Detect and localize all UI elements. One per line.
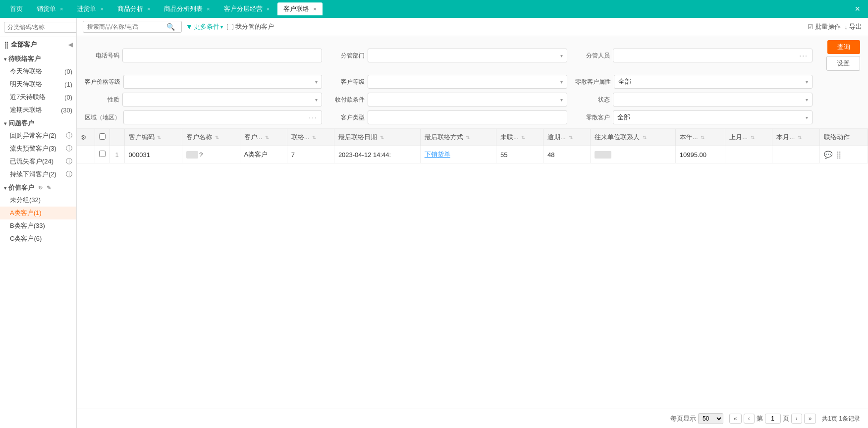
- customer-level-dropdown-icon: ▾: [560, 79, 563, 85]
- person-input[interactable]: ···: [613, 49, 813, 62]
- sidebar-search-area: 🔍: [0, 18, 76, 37]
- customer-type-input[interactable]: [368, 110, 567, 124]
- nav-customer-contact[interactable]: 客户联络 ×: [277, 2, 322, 15]
- page-number-input[interactable]: [765, 414, 781, 424]
- sidebar-item-7days-pending[interactable]: 近7天待联络(0): [0, 91, 76, 104]
- sidebar-item-tomorrow-pending[interactable]: 明天待联络(1): [0, 78, 76, 91]
- th-customer-name[interactable]: 客户名称 ⇅: [182, 129, 240, 146]
- close-purchase-order[interactable]: ×: [100, 6, 103, 12]
- refresh-icon[interactable]: ↻: [38, 185, 43, 191]
- setting-button[interactable]: 设置: [826, 56, 860, 71]
- nav-customer-tier[interactable]: 客户分层经营 ×: [218, 2, 275, 15]
- sidebar-all-customers[interactable]: ⣿ 全部客户 ◀: [0, 37, 76, 52]
- sidebar-item-class-a[interactable]: A类客户(1): [0, 207, 76, 219]
- th-contacts[interactable]: 联络... ⇅: [287, 129, 334, 146]
- first-page-btn[interactable]: «: [729, 414, 742, 424]
- qr-action-icon[interactable]: ⣿: [836, 151, 841, 159]
- close-customer-tier[interactable]: ×: [267, 6, 270, 12]
- nav-sales-order[interactable]: 销货单 ×: [31, 2, 69, 15]
- close-sales-order[interactable]: ×: [60, 6, 63, 12]
- sidebar-group-pending[interactable]: ▾ 待联络客户: [0, 52, 76, 65]
- sidebar-search-input[interactable]: [4, 22, 77, 33]
- main-search-icon[interactable]: 🔍: [166, 23, 175, 31]
- th-customer-code[interactable]: 客户编码 ⇅: [124, 129, 182, 146]
- total-records: 共1页 1条记录: [822, 415, 860, 423]
- sidebar-item-class-c[interactable]: C类客户(6): [0, 232, 76, 245]
- dept-select[interactable]: ▾: [368, 49, 567, 62]
- th-this-year[interactable]: 本年... ⇅: [675, 129, 725, 146]
- row-this-month: [772, 146, 819, 163]
- th-customer-type[interactable]: 客户... ⇅: [240, 129, 287, 146]
- nature-select[interactable]: ▾: [122, 93, 322, 107]
- close-customer-contact[interactable]: ×: [313, 6, 316, 12]
- filter-nature: 性质 ▾: [85, 93, 322, 107]
- close-product-analysis[interactable]: ×: [147, 6, 150, 12]
- th-last-month[interactable]: 上月... ⇅: [725, 129, 772, 146]
- payment-dropdown-icon: ▾: [560, 97, 563, 103]
- phone-input[interactable]: [122, 49, 322, 62]
- filter-row-4: 区域（地区） ··· 客户类型 零散客户 全部 ▾: [85, 110, 860, 124]
- sort-icon-this-month: ⇅: [798, 135, 802, 140]
- th-settings[interactable]: ⚙: [77, 129, 95, 146]
- row-customer-code: 000031: [124, 146, 182, 163]
- page-size-dropdown[interactable]: 50 100 200: [698, 413, 723, 424]
- th-checkbox: [95, 129, 109, 146]
- nav-product-analysis-list[interactable]: 商品分析列表 ×: [158, 2, 216, 15]
- query-button[interactable]: 查询: [827, 40, 860, 54]
- next-page-btn[interactable]: ›: [791, 414, 802, 424]
- retail-customer-select[interactable]: 全部 ▾: [613, 110, 813, 124]
- sidebar-item-churn-warning[interactable]: 流失预警客户(3)ⓘ: [0, 142, 76, 155]
- th-unit-contact[interactable]: 往来单位联系人 ⇅: [591, 129, 676, 146]
- retail-customer-label: 零散客户: [575, 113, 610, 122]
- prev-page-btn[interactable]: ‹: [744, 414, 755, 424]
- th-last-contact-date[interactable]: 最后联络日期 ⇅: [334, 129, 420, 146]
- payment-select[interactable]: ▾: [368, 93, 567, 107]
- main-search-input[interactable]: [87, 23, 166, 30]
- region-input[interactable]: ···: [123, 110, 322, 124]
- th-last-contact-method[interactable]: 最后联络方式 ⇅: [420, 129, 496, 146]
- sidebar-item-class-b[interactable]: B类客户(33): [0, 219, 76, 232]
- row-unit-contact: RE .: [591, 146, 676, 163]
- chat-action-icon[interactable]: 💬: [824, 151, 832, 159]
- nav-home[interactable]: 首页: [4, 2, 29, 15]
- th-this-month[interactable]: 本月... ⇅: [772, 129, 819, 146]
- nav-purchase-order[interactable]: 进货单 ×: [71, 2, 109, 15]
- sort-icon-unit: ⇅: [643, 135, 647, 140]
- nav-product-analysis[interactable]: 商品分析 ×: [111, 2, 156, 15]
- export-button[interactable]: ↓ 导出: [845, 22, 863, 31]
- region-label: 区域（地区）: [85, 113, 120, 122]
- sidebar-item-repurchase-abnormal[interactable]: 回购异常客户(2)ⓘ: [0, 129, 76, 142]
- row-overdue: 48: [543, 146, 591, 163]
- my-customer-checkbox[interactable]: 我分管的客户: [227, 22, 274, 31]
- sidebar-group-value[interactable]: ▾ 价值客户 ↻ ✎: [0, 181, 76, 194]
- row-last-contact-method[interactable]: 下销货单: [420, 146, 496, 163]
- edit-icon[interactable]: ✎: [47, 185, 51, 191]
- sidebar-item-declining[interactable]: 持续下滑客户(2)ⓘ: [0, 168, 76, 181]
- row-checkbox[interactable]: [99, 151, 106, 157]
- sort-icon-name: ⇅: [215, 135, 219, 140]
- row-settings: [77, 146, 95, 163]
- pagination: « ‹ 第 页 › »: [729, 414, 816, 424]
- row-index: 1: [109, 146, 124, 163]
- sidebar-group-problem[interactable]: ▾ 问题客户: [0, 116, 76, 129]
- filter-customer-level: 客户等级 ▾: [330, 75, 567, 89]
- th-no-contact[interactable]: 未联... ⇅: [496, 129, 543, 146]
- last-page-btn[interactable]: »: [804, 414, 816, 424]
- close-product-analysis-list[interactable]: ×: [207, 6, 210, 12]
- sidebar-item-churned[interactable]: 已流失客户(24)ⓘ: [0, 155, 76, 168]
- region-dots-icon: ···: [309, 113, 318, 121]
- sidebar-item-unclassified[interactable]: 未分组(32): [0, 194, 76, 207]
- batch-ops-button[interactable]: ☑ 批量操作: [808, 22, 841, 31]
- sidebar-item-overdue-contact[interactable]: 逾期未联络(30): [0, 104, 76, 116]
- filter-person: 分管人员 ···: [575, 49, 813, 62]
- status-select[interactable]: ▾: [613, 93, 813, 107]
- close-all-tabs[interactable]: ×: [851, 4, 864, 14]
- customer-level-select[interactable]: ▾: [368, 75, 567, 89]
- th-overdue[interactable]: 逾期... ⇅: [543, 129, 591, 146]
- my-customer-check[interactable]: [227, 24, 233, 30]
- sidebar-item-today-pending[interactable]: 今天待联络(0): [0, 65, 76, 78]
- price-level-select[interactable]: ▾: [123, 75, 322, 89]
- select-all-checkbox[interactable]: [99, 133, 106, 140]
- more-conditions-btn[interactable]: ▼ 更多条件 ▾: [186, 22, 223, 31]
- retail-attr-select[interactable]: 全部 ▾: [614, 75, 813, 89]
